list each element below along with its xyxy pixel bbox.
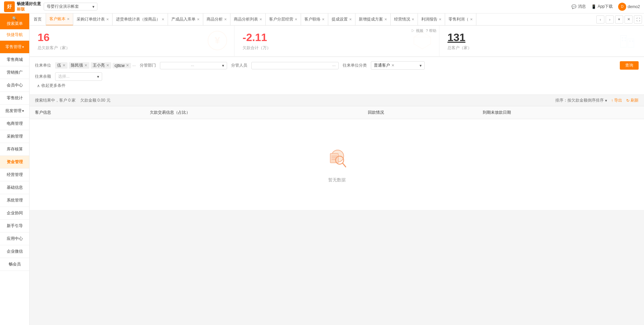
tab-close-seg[interactable]: ✕	[295, 17, 297, 21]
export-icon: ↑	[611, 98, 613, 103]
unit-tag-cj: cjttcw ✕	[113, 63, 131, 68]
result-bar: 搜索结果中，客户 0 家 欠款金额 0.00 元 排序：按欠款金额倒序排序 ▾ …	[30, 95, 644, 106]
tab-profit[interactable]: 利润报告 ✕	[418, 13, 445, 26]
sidebar-item-app-center[interactable]: 应用中心	[0, 232, 29, 245]
filter-row-2: 往来余额 选择... ▾	[35, 72, 639, 81]
dept-select[interactable]: ··· ▾	[160, 62, 227, 69]
unit-filter-label: 往来单位	[35, 63, 51, 68]
tab-close-inbound[interactable]: ✕	[162, 17, 164, 21]
tab-cost-inbound[interactable]: 产成品入库单 ✕	[168, 13, 203, 26]
user-menu-btn[interactable]: D demo2	[618, 3, 640, 11]
svg-rect-5	[628, 39, 634, 47]
svg-rect-8	[622, 40, 623, 41]
unit-tag-chen: 陈民强 ✕	[69, 62, 89, 69]
tab-product-list[interactable]: 商品分析列表 ✕	[230, 13, 266, 26]
refresh-btn[interactable]: ↻ 刷新	[626, 98, 639, 103]
tab-purchase-order[interactable]: 采购订单统计表 ✕	[73, 13, 113, 26]
svg-text:¥: ¥	[215, 35, 220, 45]
sidebar-item-retail-mgmt[interactable]: 零售管理 ▾	[0, 41, 29, 53]
sidebar-item-finance[interactable]: 资金管理	[0, 156, 29, 169]
sidebar-item-enterprise[interactable]: 企业协同	[0, 207, 29, 220]
tab-close-ops[interactable]: ✕	[412, 17, 414, 21]
col-customer-info: 客户信息	[30, 106, 144, 119]
sidebar-item-member[interactable]: 会员中心	[0, 79, 29, 92]
tab-home[interactable]: 首页	[30, 13, 46, 26]
person-filter-label: 分管人员	[231, 63, 247, 68]
empty-text: 暂无数据	[328, 177, 346, 183]
sidebar-item-ops[interactable]: 经营管理	[0, 169, 29, 181]
tab-close-purchase-order[interactable]: ✕	[106, 17, 109, 21]
data-table: 客户信息 欠款交易信息（占比） 回款情况 到期未放款日期	[30, 106, 644, 119]
tab-inbound-stat[interactable]: 进货单统计表（按商品） ✕	[113, 13, 168, 26]
empty-state: 暂无数据	[30, 119, 644, 210]
sidebar-item-wholesale[interactable]: 批发管理 ▾	[0, 105, 29, 117]
sidebar-item-inventory[interactable]: 库存核算	[0, 143, 29, 156]
tab-list-btn[interactable]: ▾	[615, 15, 623, 24]
stat-credit-customers-label: 总欠款客户（家）	[38, 45, 70, 51]
unit-tag-wu-remove[interactable]: ✕	[62, 63, 66, 68]
tab-customer-seg[interactable]: 客户分层经营 ✕	[266, 13, 301, 26]
tab-product-analysis[interactable]: 商品分析 ✕	[203, 13, 230, 26]
tab-promotion-settings[interactable]: 提成设置 ✕	[328, 13, 355, 26]
unit-class-tag-remove[interactable]: ✕	[391, 63, 394, 68]
stat-credit-amount-value: -2.11	[243, 31, 267, 44]
tab-close-customer-book[interactable]: ✕	[67, 17, 70, 21]
tab-close-new-promo[interactable]: ✕	[384, 17, 387, 21]
sidebar-item-base-info[interactable]: 基础信息	[0, 181, 29, 194]
query-button[interactable]: 查询	[620, 61, 639, 70]
sidebar-item-ecommerce[interactable]: 电商管理	[0, 117, 29, 130]
balance-select[interactable]: 选择... ▾	[55, 72, 102, 81]
tab-close-contact[interactable]: ✕	[322, 17, 325, 21]
sidebar-item-vip[interactable]: 畅会员	[0, 258, 29, 271]
tab-next-btn[interactable]: ›	[606, 15, 614, 24]
tab-prev-btn[interactable]: ‹	[596, 15, 604, 24]
tab-new-promotion[interactable]: 新增提成方案 ✕	[355, 13, 391, 26]
tab-close-product[interactable]: ✕	[224, 17, 227, 21]
sort-select[interactable]: 排序：按欠款金额倒序排序 ▾	[555, 98, 607, 103]
export-btn[interactable]: ↑ 导出	[611, 98, 622, 103]
unit-tag-chen-remove[interactable]: ✕	[84, 63, 87, 68]
video-link[interactable]: ▷ 视频	[411, 28, 423, 33]
unit-tag-cj-remove[interactable]: ✕	[126, 63, 129, 68]
sidebar-item-retail-shop[interactable]: 零售商城	[0, 53, 29, 66]
balance-chevron: ▾	[97, 74, 99, 79]
tab-close-profit[interactable]: ✕	[439, 17, 441, 21]
unit-class-select[interactable]: 普通客户 ✕ ▾	[371, 61, 425, 70]
tab-customer-book[interactable]: 客户账本 ✕	[46, 13, 73, 26]
tab-close-product-list[interactable]: ✕	[259, 17, 262, 21]
tab-retail-profit[interactable]: 零售利润（ ✕	[445, 13, 476, 26]
sidebar-item-retail-stat[interactable]: 零售统计	[0, 92, 29, 105]
quick-nav[interactable]: 快捷导航	[0, 29, 29, 41]
app-download-btn[interactable]: 📱 App下载	[591, 4, 613, 9]
svg-line-18	[343, 163, 346, 167]
sidebar-item-purchase[interactable]: 采购管理	[0, 130, 29, 143]
stat-card-total-customers: 131 总客户（家）	[439, 26, 644, 56]
logo-area: 好 畅捷通好生意 标版	[4, 1, 41, 12]
person-select-more: ···	[332, 63, 336, 68]
svg-rect-9	[625, 40, 626, 41]
unit-tags-more[interactable]: ···	[132, 63, 136, 68]
help-link[interactable]: ? 帮助	[426, 28, 436, 33]
stat-card-credit-amount: -2.11 欠款合计（万） ▷ 视频 ?	[234, 26, 439, 56]
stat-total-customers-value: 131	[447, 31, 465, 44]
unit-class-filter-label: 往来单位分类	[343, 63, 367, 68]
tab-fullscreen-btn[interactable]: ⛶	[634, 15, 642, 24]
person-select[interactable]: ···	[251, 62, 339, 69]
collapse-btn[interactable]: ∧ 收起更多条件	[35, 81, 639, 91]
sidebar-item-marketing[interactable]: 营销推广	[0, 66, 29, 79]
tab-bar: 首页 客户账本 ✕ 采购订单统计表 ✕ 进货单统计表（按商品） ✕ 产成品入库单…	[30, 13, 644, 26]
unit-tag-wang-remove[interactable]: ✕	[106, 63, 109, 68]
org-selector[interactable]: 母婴行业演示帐套 ▾	[44, 3, 97, 10]
tab-close-cost[interactable]: ✕	[197, 17, 200, 21]
tab-close-all-btn[interactable]: ✕	[625, 15, 633, 24]
message-btn[interactable]: 💬 消息	[571, 4, 586, 9]
tab-customer-contact[interactable]: 客户联络 ✕	[301, 13, 328, 26]
tab-close-retail[interactable]: ✕	[470, 17, 473, 21]
tab-ops-status[interactable]: 经营情况 ✕	[391, 13, 418, 26]
svg-marker-2	[414, 32, 431, 49]
sidebar-item-wechat[interactable]: 企业微信	[0, 245, 29, 258]
tab-close-promotion[interactable]: ✕	[349, 17, 352, 21]
sidebar-item-sys[interactable]: 系统管理	[0, 194, 29, 207]
sidebar-item-newbie[interactable]: 新手引导	[0, 220, 29, 232]
sidebar-search[interactable]: 🔍 搜索菜单	[0, 13, 29, 29]
